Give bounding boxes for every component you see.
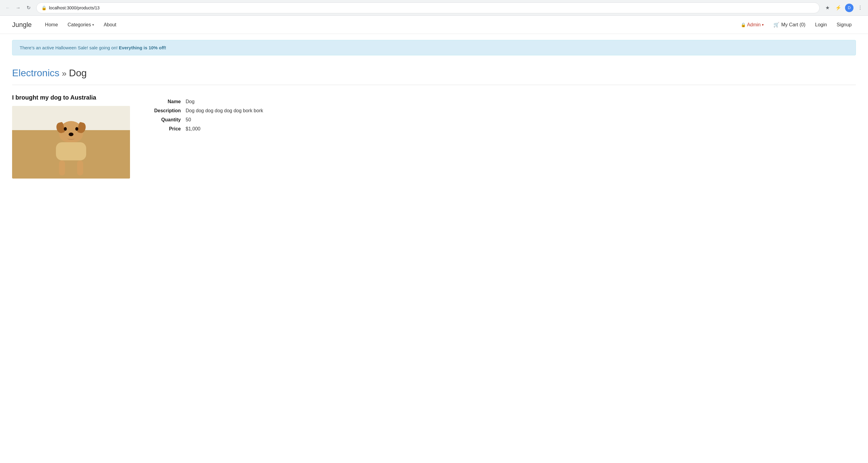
name-row: Name Dog xyxy=(154,97,267,106)
quantity-value: 50 xyxy=(186,115,267,124)
breadcrumb-separator: » xyxy=(62,69,67,78)
admin-lock-icon: 🔒 xyxy=(741,22,746,27)
product-info-table: Name Dog Description Dog dog dog dog dog… xyxy=(154,97,267,134)
dog-torso xyxy=(56,142,86,161)
browser-actions: ★ ⚡ D ⋮ xyxy=(823,4,864,12)
description-value: Dog dog dog dog dog dog bork bork xyxy=(186,106,267,115)
dog-eye-left xyxy=(64,127,67,131)
cart-label: My Cart (0) xyxy=(781,22,805,28)
alert-text-normal: There's an active Halloween Sale! sale g… xyxy=(20,45,119,50)
price-label: Price xyxy=(154,124,186,134)
product-details: Name Dog Description Dog dog dog dog dog… xyxy=(154,94,856,134)
product-image-section: I brought my dog to Australia xyxy=(12,94,130,178)
brand-link[interactable]: Jungle xyxy=(12,21,32,29)
dog-leg-left xyxy=(59,161,65,175)
nav-links: Home Categories About xyxy=(41,20,737,30)
back-button[interactable]: ← xyxy=(4,4,12,12)
price-value: $1,000 xyxy=(186,124,267,134)
quantity-row: Quantity 50 xyxy=(154,115,267,124)
divider xyxy=(12,85,856,85)
name-value: Dog xyxy=(186,97,267,106)
cart-icon: 🛒 xyxy=(773,22,779,28)
dog-head xyxy=(59,121,83,142)
profile-button[interactable]: D xyxy=(845,4,854,12)
main-content: Electronics»Dog I brought my dog to Aust… xyxy=(0,61,868,184)
name-label: Name xyxy=(154,97,186,106)
browser-chrome: ← → ↻ 🔒 localhost:3000/products/13 ★ ⚡ D… xyxy=(0,0,868,16)
categories-link[interactable]: Categories xyxy=(63,20,98,30)
dog-ear-right xyxy=(77,122,87,134)
description-row: Description Dog dog dog dog dog dog bork… xyxy=(154,106,267,115)
description-label: Description xyxy=(154,106,186,115)
menu-button[interactable]: ⋮ xyxy=(856,4,864,12)
alert-text-bold: Everything is 10% off! xyxy=(119,45,166,50)
dog-leg-right xyxy=(77,161,83,175)
forward-button[interactable]: → xyxy=(14,4,22,12)
cart-link[interactable]: 🛒 My Cart (0) xyxy=(769,19,810,30)
lock-icon: 🔒 xyxy=(41,5,46,10)
breadcrumb-category[interactable]: Electronics xyxy=(12,67,60,78)
breadcrumb: Electronics»Dog xyxy=(12,67,856,79)
breadcrumb-product: Dog xyxy=(69,67,87,78)
dog-figure xyxy=(53,121,89,175)
home-link[interactable]: Home xyxy=(41,20,62,30)
dog-mouth xyxy=(67,137,75,140)
about-link[interactable]: About xyxy=(99,20,121,30)
url-text: localhost:3000/products/13 xyxy=(49,5,99,10)
login-link[interactable]: Login xyxy=(811,20,831,30)
bookmark-button[interactable]: ★ xyxy=(823,4,832,12)
browser-controls: ← → ↻ xyxy=(4,4,33,12)
reload-button[interactable]: ↻ xyxy=(24,4,33,12)
signup-link[interactable]: Signup xyxy=(832,20,856,30)
product-layout: I brought my dog to Australia xyxy=(12,94,856,178)
price-row: Price $1,000 xyxy=(154,124,267,134)
extensions-button[interactable]: ⚡ xyxy=(834,4,843,12)
navbar-right: 🔒 Admin 🛒 My Cart (0) Login Signup xyxy=(737,19,856,30)
product-title: I brought my dog to Australia xyxy=(12,94,130,101)
admin-link[interactable]: 🔒 Admin xyxy=(737,20,768,30)
navbar: Jungle Home Categories About 🔒 Admin 🛒 M… xyxy=(0,16,868,34)
admin-label: Admin xyxy=(747,22,761,28)
dog-eye-right xyxy=(75,127,78,131)
dog-legs xyxy=(53,161,89,175)
quantity-label: Quantity xyxy=(154,115,186,124)
alert-banner: There's an active Halloween Sale! sale g… xyxy=(12,40,856,55)
dog-nose xyxy=(69,133,73,136)
address-bar[interactable]: 🔒 localhost:3000/products/13 xyxy=(36,2,819,13)
product-image xyxy=(12,106,130,178)
